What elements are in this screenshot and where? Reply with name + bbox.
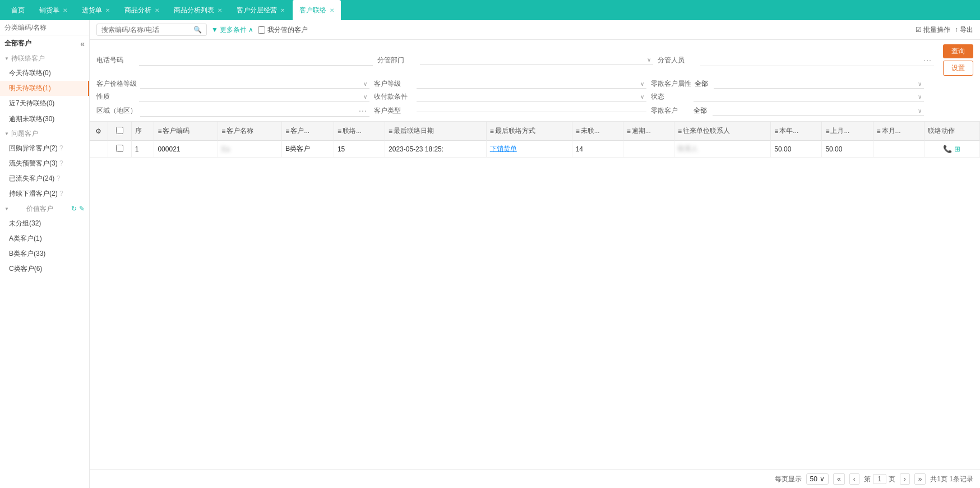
sidebar-item-abnormal-repurchase[interactable]: 回购异常客户(2) ? xyxy=(0,141,89,156)
col-last-contact-method-header[interactable]: ≡最后联络方式 xyxy=(486,122,572,141)
filter-person-select[interactable]: ··· xyxy=(700,54,934,66)
my-customer-checkbox-label[interactable]: 我分管的客户 xyxy=(258,25,308,35)
col-unit-contact-header[interactable]: ≡往来单位联系人 xyxy=(674,122,770,141)
region-ellipsis-icon: ··· xyxy=(359,106,367,115)
nav-product-analysis-close-icon[interactable]: ✕ xyxy=(155,7,159,13)
nav-product-analysis[interactable]: 商品分析 ✕ xyxy=(118,0,166,20)
page-number-input[interactable]: 1 xyxy=(873,474,886,484)
filter-nature-select[interactable]: ∨ xyxy=(139,93,369,102)
select-all-checkbox[interactable] xyxy=(116,127,123,134)
nav-sales-close-icon[interactable]: ✕ xyxy=(63,7,67,13)
sidebar-item-a-class[interactable]: A类客户(1) xyxy=(0,231,89,246)
filter-price-level-select[interactable]: ∨ xyxy=(140,80,369,89)
nav-home[interactable]: 首页 xyxy=(4,0,31,20)
search-input[interactable] xyxy=(101,26,191,34)
search-icon[interactable]: 🔍 xyxy=(193,26,202,34)
row-uncontact-cell: 14 xyxy=(572,141,623,158)
sidebar-item-unclassified[interactable]: 未分组(32) xyxy=(0,216,89,231)
filter-dept-select[interactable]: ∨ xyxy=(420,56,654,65)
nav-customer-layer-close-icon[interactable]: ✕ xyxy=(280,7,285,13)
nav-customer-contact[interactable]: 客户联络 ✕ xyxy=(293,0,341,20)
filter-row-1: 电话号码 分管部门 ∨ 分管人员 ··· xyxy=(96,44,973,76)
nav-purchase-close-icon[interactable]: ✕ xyxy=(105,7,110,13)
group-problem-customers[interactable]: 问题客户 xyxy=(0,127,89,141)
filter-status-select[interactable]: ∨ xyxy=(694,93,924,102)
col-this-month-header[interactable]: ≡本月... xyxy=(873,122,924,141)
sidebar-item-c-class[interactable]: C类客户(6) xyxy=(0,261,89,277)
filter-customer-type: 客户类型 xyxy=(374,106,647,116)
export-btn[interactable]: ↑ 导出 xyxy=(955,25,973,35)
col-last-month-header[interactable]: ≡上月... xyxy=(822,122,873,141)
col-overdue-header[interactable]: ≡逾期... xyxy=(623,122,674,141)
first-page-btn[interactable]: « xyxy=(833,473,845,485)
sidebar-collapse-btn[interactable]: « xyxy=(80,39,85,48)
row-settings-cell xyxy=(90,141,108,158)
phone-icon[interactable]: 📞 xyxy=(943,145,952,153)
sidebar-item-7day-contact[interactable]: 近7天待联络(0) xyxy=(0,96,89,111)
filter-customer-type-select[interactable] xyxy=(417,109,647,112)
value-group-refresh-icon[interactable]: ↻ xyxy=(71,205,77,213)
table-body: 1 000021 Ea B类客户 15 2023-05-23 18:25: 下销… xyxy=(90,141,980,158)
sidebar-item-b-class[interactable]: B类客户(33) xyxy=(0,246,89,261)
col-uncontact-header[interactable]: ≡未联... xyxy=(572,122,623,141)
col-last-contact-date-header[interactable]: ≡最后联络日期 xyxy=(385,122,487,141)
filter-region: 区域（地区） ··· xyxy=(96,105,369,117)
query-button[interactable]: 查询 xyxy=(943,44,973,58)
sidebar-item-declining[interactable]: 持续下滑客户(2) ? xyxy=(0,186,89,201)
next-page-btn[interactable]: › xyxy=(900,473,910,485)
nav-sales[interactable]: 销货单 ✕ xyxy=(33,0,74,20)
row-last-contact-date-cell: 2023-05-23 18:25: xyxy=(385,141,487,158)
filter-retail-attr-select[interactable]: ∨ xyxy=(714,80,924,89)
page-label: 第 xyxy=(864,475,871,484)
sidebar-item-tomorrow-contact[interactable]: 明天待联络(1) xyxy=(0,81,89,96)
filter-region-label: 区域（地区） xyxy=(96,106,137,116)
nature-chevron-icon: ∨ xyxy=(363,94,367,100)
page-size-label: 每页显示 xyxy=(775,475,802,484)
nav-purchase[interactable]: 进货单 ✕ xyxy=(75,0,117,20)
nav-product-list-close-icon[interactable]: ✕ xyxy=(218,7,222,13)
col-customer-type-header[interactable]: ≡客户... xyxy=(282,122,334,141)
page-info: 第 1 页 xyxy=(864,474,895,484)
filter-status: 状态 ∨ xyxy=(651,92,924,102)
col-this-year-header[interactable]: ≡本年... xyxy=(771,122,822,141)
filter-phone-input[interactable] xyxy=(139,55,373,66)
nav-customer-layer[interactable]: 客户分层经营 ✕ xyxy=(230,0,292,20)
filter-price-level-label: 客户价格等级 xyxy=(96,79,137,89)
batch-operation-btn[interactable]: ☑ 批量操作 xyxy=(916,25,950,35)
filter-retail-customer-select[interactable]: ∨ xyxy=(713,107,924,116)
sidebar-item-churned[interactable]: 已流失客户(24) ? xyxy=(0,171,89,186)
filter-customer-level-select[interactable]: ∨ xyxy=(417,80,647,89)
sidebar-item-today-contact[interactable]: 今天待联络(0) xyxy=(0,66,89,81)
value-group-edit-icon[interactable]: ✎ xyxy=(79,205,85,213)
nav-product-analysis-list[interactable]: 商品分析列表 ✕ xyxy=(167,0,229,20)
filter-retail-attr-value: 全部 xyxy=(695,79,708,89)
filter-payment-select[interactable]: ∨ xyxy=(417,93,647,102)
grid-icon[interactable]: ⊞ xyxy=(954,145,960,153)
nav-customer-contact-close-icon[interactable]: ✕ xyxy=(330,7,334,13)
group-pending-contact[interactable]: 待联络客户 xyxy=(0,52,89,66)
last-page-btn[interactable]: » xyxy=(914,473,926,485)
prev-page-btn[interactable]: ‹ xyxy=(849,473,859,485)
row-last-contact-method-cell[interactable]: 下销货单 xyxy=(486,141,572,158)
row-last-month-cell: 50.00 xyxy=(822,141,873,158)
row-checkbox[interactable] xyxy=(116,145,123,152)
filter-retail-customer: 零散客户 全部 ∨ xyxy=(651,106,924,116)
content-area: 🔍 ▼ 更多条件 ∧ 我分管的客户 ☑ 批量操作 ↑ 导出 xyxy=(90,20,980,488)
more-filter-btn[interactable]: ▼ 更多条件 ∧ xyxy=(211,25,253,35)
filter-region-select[interactable]: ··· xyxy=(140,105,369,117)
my-customer-checkbox[interactable] xyxy=(258,26,265,34)
group-value-customers[interactable]: 价值客户 ↻ ✎ xyxy=(0,202,89,216)
col-contact-header[interactable]: ≡联络... xyxy=(334,122,385,141)
col-settings-header[interactable]: ⚙ xyxy=(90,122,108,141)
sidebar-item-churn-warning[interactable]: 流失预警客户(3) ? xyxy=(0,156,89,171)
sidebar-item-overdue-contact[interactable]: 逾期未联络(30) xyxy=(0,112,89,127)
page-size-value: 50 xyxy=(810,475,817,483)
row-customer-type-cell: B类客户 xyxy=(282,141,334,158)
retail-customer-chevron-icon: ∨ xyxy=(918,108,922,114)
sidebar-search-input[interactable] xyxy=(4,24,89,31)
last-contact-method-link[interactable]: 下销货单 xyxy=(490,145,517,153)
page-size-select[interactable]: 50 ∨ xyxy=(806,473,829,485)
settings-button[interactable]: 设置 xyxy=(943,61,973,76)
col-name-header[interactable]: ≡客户名称 xyxy=(218,122,282,141)
col-code-header[interactable]: ≡客户编码 xyxy=(154,122,218,141)
